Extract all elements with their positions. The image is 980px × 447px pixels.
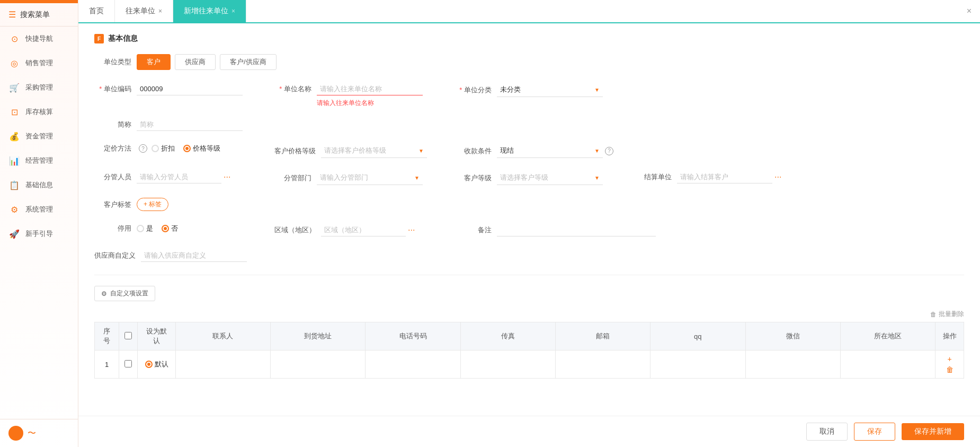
row-default-cell: 默认 — [138, 350, 176, 379]
manager-ellipsis-btn[interactable]: ··· — [221, 172, 233, 182]
pricing-help-icon[interactable]: ? — [139, 144, 147, 153]
name-input[interactable] — [317, 83, 423, 95]
row-default-radio-item[interactable]: 默认 — [143, 360, 170, 369]
wave-icon: 〜 — [28, 428, 36, 439]
dept-select[interactable]: 请输入分管部门 ▼ — [317, 171, 423, 185]
row-contact-input[interactable] — [181, 361, 265, 369]
disabled-label: 停用 — [94, 224, 131, 233]
row-fax-cell[interactable] — [460, 350, 555, 379]
row-email-cell[interactable] — [555, 350, 650, 379]
col-region: 所在地区 — [840, 322, 935, 350]
tab-new-partner-close[interactable]: × — [231, 7, 235, 15]
row-wechat-input[interactable] — [751, 361, 835, 369]
code-input[interactable] — [137, 83, 243, 95]
manager-input[interactable] — [137, 171, 221, 183]
row-address-input[interactable] — [276, 361, 360, 369]
region-ellipsis-btn[interactable]: ··· — [406, 225, 417, 235]
sidebar-item-system[interactable]: ⚙ 系统管理 — [0, 197, 78, 222]
save-button[interactable]: 保存 — [854, 423, 895, 441]
sidebar-label-newbie: 新手引导 — [25, 229, 53, 239]
sidebar-item-inventory[interactable]: ⊡ 库存核算 — [0, 100, 78, 124]
supplier-custom-input[interactable] — [141, 249, 247, 262]
category-select[interactable]: 未分类 ▼ — [497, 83, 603, 97]
row-phone-input[interactable] — [371, 361, 455, 369]
sidebar-item-purchase[interactable]: 🛒 采购管理 — [0, 75, 78, 100]
col-wechat: 微信 — [745, 322, 840, 350]
row-address-cell[interactable] — [271, 350, 366, 379]
shortname-input[interactable] — [137, 118, 243, 131]
disabled-yes-option[interactable]: 是 — [137, 224, 153, 233]
tab-partners[interactable]: 往来单位 × — [115, 0, 173, 22]
unit-type-buttons: 客户 供应商 客户/供应商 — [137, 54, 277, 70]
row-wechat-cell[interactable] — [745, 350, 840, 379]
sidebar-item-basic[interactable]: 📋 基础信息 — [0, 173, 78, 197]
select-all-checkbox[interactable] — [124, 332, 132, 339]
unit-btn-both[interactable]: 客户/供应商 — [220, 54, 277, 70]
payment-help-icon[interactable]: ? — [605, 147, 613, 155]
customer-price-placeholder: 请选择客户价格等级 — [324, 146, 415, 155]
save-new-button[interactable]: 保存并新增 — [902, 423, 964, 440]
payment-select[interactable]: 现结 ▼ — [497, 144, 603, 158]
row-phone-cell[interactable] — [366, 350, 460, 379]
sidebar-item-sales[interactable]: ◎ 销售管理 — [0, 51, 78, 75]
tab-home[interactable]: 首页 — [78, 0, 115, 22]
category-chevron-icon: ▼ — [594, 87, 600, 93]
customer-level-select[interactable]: 请选择客户等级 ▼ — [497, 171, 603, 185]
col-address: 到货地址 — [271, 322, 366, 350]
row-qq-cell[interactable] — [651, 350, 745, 379]
search-menu-item[interactable]: ☰ 搜索菜单 — [0, 3, 78, 27]
remark-input[interactable] — [497, 224, 656, 236]
unit-btn-customer[interactable]: 客户 — [137, 54, 171, 70]
batch-delete-icon: 🗑 — [930, 311, 937, 318]
batch-delete-label[interactable]: 批量删除 — [939, 310, 964, 319]
tab-partners-close[interactable]: × — [158, 7, 162, 15]
basic-icon: 📋 — [8, 179, 20, 191]
settlement-group: 结算单位 ··· — [635, 171, 794, 183]
row-email-input[interactable] — [561, 361, 645, 369]
tags-label: 客户标签 — [94, 200, 131, 209]
sidebar-item-quick-nav[interactable]: ⊙ 快捷导航 — [0, 27, 78, 51]
contacts-table: 序号 设为默认 联系人 到货地址 电话号码 传真 邮箱 qq 微信 所在地区 操… — [94, 322, 964, 379]
sidebar-item-newbie[interactable]: 🚀 新手引导 — [0, 222, 78, 246]
pricing-price-level-option[interactable]: 价格等级 — [183, 144, 220, 153]
sidebar-item-operation[interactable]: 📊 经营管理 — [0, 148, 78, 173]
row-default-radio — [145, 361, 153, 368]
customer-price-select[interactable]: 请选择客户价格等级 ▼ — [321, 144, 427, 158]
unit-btn-supplier[interactable]: 供应商 — [175, 54, 216, 70]
row-fax-input[interactable] — [466, 361, 550, 369]
sidebar-label-operation: 经营管理 — [25, 156, 53, 165]
custom-settings-button[interactable]: ⚙ 自定义项设置 — [94, 286, 155, 301]
row-checkbox[interactable] — [124, 360, 132, 367]
tag-add-label: + 标签 — [144, 200, 162, 209]
tab-new-partner[interactable]: 新增往来单位 × — [173, 0, 246, 22]
tags-group: 客户标签 + 标签 — [94, 198, 253, 211]
pricing-discount-option[interactable]: 折扣 — [152, 144, 175, 153]
custom-settings-icon: ⚙ — [101, 290, 107, 297]
tag-add-button[interactable]: + 标签 — [137, 198, 168, 211]
name-group: 单位名称 请输入往来单位名称 — [274, 83, 433, 108]
row-delete-button[interactable]: 🗑 — [945, 364, 955, 375]
region-input[interactable] — [321, 224, 406, 236]
row-region-cell[interactable] — [840, 350, 935, 379]
sidebar-item-finance[interactable]: 💰 资金管理 — [0, 124, 78, 148]
settlement-input[interactable] — [677, 171, 772, 183]
row-contact-cell[interactable] — [175, 350, 270, 379]
name-label: 单位名称 — [274, 84, 311, 94]
category-value: 未分类 — [500, 85, 591, 94]
tab-home-label: 首页 — [89, 6, 104, 16]
row-qq-input[interactable] — [656, 361, 740, 369]
window-close-button[interactable]: × — [958, 0, 980, 22]
payment-value: 现结 — [500, 146, 591, 155]
row-add-button[interactable]: + — [946, 354, 952, 364]
main-area: 首页 往来单位 × 新增往来单位 × × F 基本信息 单位类型 客户 供应商 — [78, 0, 980, 447]
cancel-button[interactable]: 取消 — [806, 423, 848, 441]
disabled-no-option[interactable]: 否 — [162, 224, 178, 233]
batch-delete-area: 🗑 批量删除 — [94, 310, 964, 319]
pricing-label: 定价方法 — [94, 144, 131, 153]
col-qq: qq — [651, 322, 745, 350]
settlement-ellipsis-btn[interactable]: ··· — [772, 172, 783, 182]
row-region-input[interactable] — [846, 361, 930, 369]
section-title: 基本信息 — [108, 34, 138, 43]
quick-nav-icon: ⊙ — [8, 33, 20, 45]
shortname-row: 简称 — [94, 118, 964, 133]
